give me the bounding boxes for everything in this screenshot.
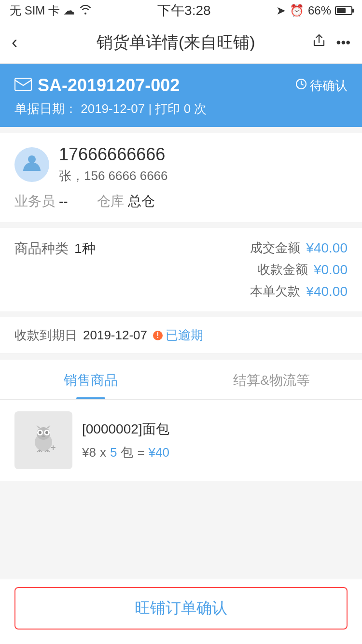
salesperson-info: 业务员 -- <box>14 192 68 210</box>
status-left: 无 SIM 卡 ☁ <box>10 3 92 18</box>
share-icon[interactable] <box>311 33 327 52</box>
svg-point-2 <box>28 155 36 163</box>
bottom-bar: 旺铺订单确认 <box>0 579 362 644</box>
svg-point-8 <box>45 431 48 434</box>
customer-phone: 17666666666 <box>59 144 168 165</box>
product-name: [0000002]面包 <box>82 420 348 438</box>
svg-marker-11 <box>47 425 51 428</box>
payment-amount-row: 收款金额 ¥0.00 <box>258 261 348 278</box>
svg-marker-10 <box>36 425 40 428</box>
clock-icon <box>295 78 307 93</box>
status-time: 下午3:28 <box>157 1 211 20</box>
nav-bar: ‹ 销货单详情(来自旺铺) ••• <box>0 21 362 64</box>
customer-avatar <box>14 147 49 182</box>
product-section: + [0000002]面包 ¥8 x 5 包 = ¥40 <box>0 400 362 481</box>
svg-text:+: + <box>51 443 56 452</box>
customer-contact: 张，156 6666 6666 <box>59 168 168 184</box>
product-details: [0000002]面包 ¥8 x 5 包 = ¥40 <box>82 420 348 461</box>
page-title: 销货单详情(来自旺铺) <box>41 31 311 54</box>
more-icon[interactable]: ••• <box>336 35 350 50</box>
location-icon: ➤ <box>276 4 286 17</box>
svg-point-7 <box>39 431 42 434</box>
tab-sales-products[interactable]: 销售商品 <box>0 360 181 399</box>
status-right: ➤ ⏰ 66% <box>276 4 352 17</box>
order-status: 待确认 <box>295 77 348 94</box>
product-logo: + <box>27 424 60 457</box>
due-date-section: 收款到期日 2019-12-07 ! 已逾期 <box>0 317 362 354</box>
product-thumbnail: + <box>14 411 72 469</box>
battery-percent: 66% <box>308 4 331 17</box>
confirm-wangpu-button[interactable]: 旺铺订单确认 <box>14 587 348 630</box>
product-item: + [0000002]面包 ¥8 x 5 包 = ¥40 <box>14 411 348 469</box>
overdue-text: 已逾期 <box>166 327 203 344</box>
no-sim-text: 无 SIM 卡 ☁ <box>10 3 75 18</box>
order-envelope-icon <box>14 75 32 96</box>
stats-section: 商品种类 1种 成交金额 ¥40.00 收款金额 ¥0.00 本单欠款 ¥40.… <box>0 228 362 311</box>
product-price: ¥8 x 5 包 = ¥40 <box>82 444 348 461</box>
overdue-alert-icon: ! <box>153 331 163 340</box>
product-type: 商品种类 1种 <box>14 239 250 258</box>
battery-icon <box>335 6 352 15</box>
customer-section: 17666666666 张，156 6666 6666 业务员 -- 仓库 总仓 <box>0 133 362 222</box>
tab-settlement-logistics[interactable]: 结算&物流等 <box>181 360 362 399</box>
deal-amount-row: 成交金额 ¥40.00 <box>250 239 348 256</box>
warehouse-info: 仓库 总仓 <box>97 192 155 210</box>
owed-amount-row: 本单欠款 ¥40.00 <box>250 283 348 300</box>
due-date-value: 2019-12-07 <box>83 328 147 343</box>
financial-stats: 成交金额 ¥40.00 收款金额 ¥0.00 本单欠款 ¥40.00 <box>250 239 348 300</box>
order-header: SA-20191207-002 待确认 单据日期： 2019-12-07 | 打… <box>0 64 362 127</box>
overdue-badge: ! 已逾期 <box>153 327 203 344</box>
back-button[interactable]: ‹ <box>12 32 41 53</box>
user-icon <box>21 152 42 177</box>
status-text: 待确认 <box>310 77 348 94</box>
tabs-section: 销售商品 结算&物流等 <box>0 360 362 400</box>
svg-rect-0 <box>15 78 31 91</box>
alarm-icon: ⏰ <box>290 4 304 17</box>
nav-actions: ••• <box>311 33 350 52</box>
status-bar: 无 SIM 卡 ☁ 下午3:28 ➤ ⏰ 66% <box>0 0 362 21</box>
wifi-icon <box>79 4 92 17</box>
order-date: 单据日期： 2019-12-07 | 打印 0 次 <box>14 100 348 117</box>
due-label: 收款到期日 <box>14 327 77 344</box>
order-id: SA-20191207-002 <box>14 75 180 96</box>
